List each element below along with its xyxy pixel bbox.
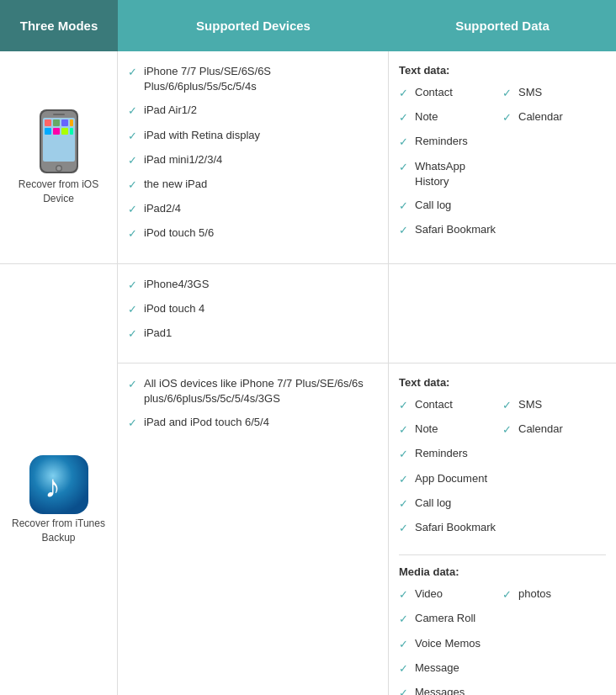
data-section-title: Media data: [399, 565, 606, 578]
check-icon: ✓ [399, 587, 408, 602]
check-item: ✓iPod touch 4 [128, 301, 378, 317]
check-item: ✓iPad mini1/2/3/4 [128, 152, 378, 168]
check-icon: ✓ [399, 521, 408, 536]
sub-row: ✓iPhone4/3GS✓iPod touch 4✓iPad1 [118, 264, 616, 364]
data-section-title: Text data: [399, 376, 606, 389]
check-icon: ✓ [128, 278, 137, 293]
check-text: iPad with Retina display [144, 128, 260, 143]
data-cell: Text data:✓Contact✓Note✓Reminders✓App Do… [389, 363, 616, 695]
data-col-right: ✓SMS✓Calendar [502, 397, 606, 544]
mode-label: Recover from iOS Device [7, 178, 110, 206]
check-text: All iOS devices like iPhone 7/7 Plus/SE/… [144, 376, 378, 406]
check-icon: ✓ [399, 612, 408, 627]
check-icon: ✓ [399, 422, 408, 438]
header: Three Modes Supported Devices Supported … [0, 0, 616, 51]
check-item: ✓iPad2/4 [128, 201, 378, 217]
data-col-right: ✓SMS✓Calendar [502, 85, 606, 247]
check-item: ✓the new iPad [128, 177, 378, 193]
check-item: ✓iPad Air1/2 [128, 103, 378, 119]
check-icon: ✓ [128, 326, 137, 342]
svg-rect-13 [70, 128, 73, 135]
svg-text:♪: ♪ [45, 469, 61, 504]
data-items-grid: ✓Contact✓Note✓Reminders✓WhatsApp History… [399, 85, 606, 247]
devices-cell: ✓iPhone4/3GS✓iPod touch 4✓iPad1 [118, 264, 389, 363]
check-text: Calendar [518, 422, 563, 437]
check-icon: ✓ [399, 223, 408, 238]
check-text: Contact [415, 85, 453, 100]
check-item: ✓WhatsApp History [399, 159, 502, 189]
header-supported-devices: Supported Devices [118, 0, 389, 51]
check-text: the new iPad [144, 177, 207, 192]
check-text: Safari Bookmark [415, 222, 496, 237]
check-icon: ✓ [128, 226, 137, 241]
check-icon: ✓ [128, 178, 137, 193]
itunes-icon: ♪ [29, 455, 88, 517]
check-icon: ✓ [399, 110, 408, 125]
check-icon: ✓ [399, 135, 408, 150]
check-text: Call log [415, 496, 451, 511]
sub-container: ✓iPhone 7/7 Plus/SE/6S/6S Plus/6/6plus/5… [118, 51, 616, 263]
check-icon: ✓ [128, 65, 137, 80]
check-item: ✓Calendar [502, 109, 606, 125]
check-icon: ✓ [128, 129, 137, 144]
check-text: WhatsApp History [415, 159, 502, 189]
check-item: ✓Note [399, 109, 502, 125]
check-icon: ✓ [399, 472, 408, 487]
check-text: iPad and iPod touch 6/5/4 [144, 415, 269, 430]
check-icon: ✓ [128, 416, 137, 431]
check-text: iPad Air1/2 [144, 103, 197, 118]
check-icon: ✓ [399, 447, 408, 462]
content-area: Recover from iOS Device✓iPhone 7/7 Plus/… [0, 51, 616, 695]
check-item: ✓All iOS devices like iPhone 7/7 Plus/SE… [128, 376, 378, 406]
svg-rect-11 [53, 128, 60, 135]
check-item: ✓iPod touch 5/6 [128, 225, 378, 241]
data-col-left: ✓Video✓Camera Roll✓Voice Memos✓Message✓M… [399, 586, 502, 695]
header-supported-data: Supported Data [389, 0, 616, 51]
check-text: Voice Memos [415, 636, 481, 651]
data-section-title: Text data: [399, 64, 606, 77]
mode-cell: Recover from iOS Device [0, 51, 118, 263]
check-text: Calendar [518, 109, 563, 125]
check-item: ✓Contact [399, 397, 502, 413]
svg-rect-5 [53, 114, 65, 115]
svg-rect-6 [45, 119, 51, 126]
check-text: Camera Roll [415, 611, 475, 626]
mode-cell: ♪ Recover from iTunes Backup [0, 264, 118, 696]
check-text: SMS [518, 85, 542, 100]
devices-cell: ✓All iOS devices like iPhone 7/7 Plus/SE… [118, 363, 389, 695]
data-cell: Text data:✓Contact✓Note✓Reminders✓WhatsA… [389, 51, 616, 263]
check-text: App Document [415, 471, 487, 486]
check-text: Reminders [415, 134, 468, 149]
empty-data-cell [389, 264, 616, 363]
check-item: ✓iPad1 [128, 326, 378, 342]
check-item: ✓Messages Attachments [399, 685, 502, 695]
check-text: Message [415, 661, 459, 676]
svg-point-4 [56, 167, 61, 171]
main-row: ♪ Recover from iTunes Backup✓iPhone4/3GS… [0, 264, 616, 696]
check-text: Safari Bookmark [415, 520, 496, 535]
check-text: iPhone 7/7 Plus/SE/6S/6S Plus/6/6plus/5s… [144, 64, 378, 94]
check-text: Call log [415, 198, 451, 213]
check-icon: ✓ [399, 496, 408, 512]
main-row: Recover from iOS Device✓iPhone 7/7 Plus/… [0, 51, 616, 264]
check-icon: ✓ [128, 377, 137, 392]
check-text: iPhone4/3GS [144, 277, 209, 292]
check-item: ✓iPhone 7/7 Plus/SE/6S/6S Plus/6/6plus/5… [128, 64, 378, 94]
check-text: Video [415, 586, 443, 602]
check-icon: ✓ [128, 103, 137, 119]
check-text: iPad2/4 [144, 201, 181, 216]
check-text: Note [415, 422, 438, 437]
check-text: Messages Attachments [415, 685, 502, 695]
check-text: iPad mini1/2/3/4 [144, 152, 222, 167]
check-icon: ✓ [399, 637, 408, 652]
check-icon: ✓ [128, 153, 137, 168]
check-item: ✓iPad and iPod touch 6/5/4 [128, 415, 378, 431]
check-item: ✓Note [399, 422, 502, 438]
svg-rect-9 [70, 119, 73, 126]
check-item: ✓Reminders [399, 134, 502, 150]
check-item: ✓SMS [502, 397, 606, 413]
check-item: ✓Message [399, 661, 502, 676]
header-three-modes: Three Modes [0, 0, 118, 51]
check-item: ✓photos [502, 586, 606, 602]
sub-container: ✓iPhone4/3GS✓iPod touch 4✓iPad1✓All iOS … [118, 264, 616, 696]
